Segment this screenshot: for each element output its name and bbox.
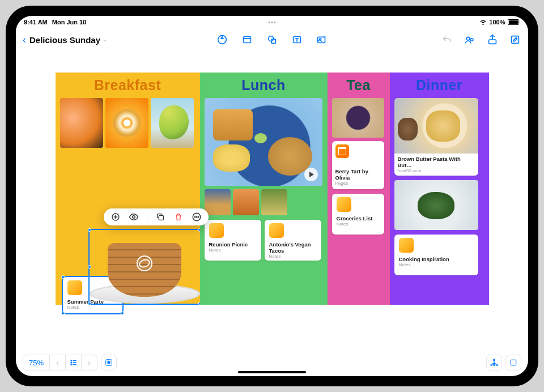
breakfast-title: Breakfast (60, 77, 196, 93)
dinner-column: Dinner Brown Butter Pasta With But… food… (390, 73, 489, 305)
note-sub: Notes (209, 248, 257, 253)
sticky-note-button[interactable] (241, 33, 253, 46)
svg-rect-14 (159, 215, 163, 220)
zoom-percentage[interactable]: 75% (23, 359, 49, 367)
svg-point-21 (71, 362, 72, 363)
share-button[interactable] (486, 33, 499, 46)
lunch-thumb-2[interactable] (233, 189, 259, 215)
lunch-thumb-3[interactable] (261, 189, 287, 215)
svg-rect-30 (511, 360, 516, 365)
tea-title: Tea (332, 77, 385, 93)
undo-button[interactable] (441, 33, 453, 46)
lunch-video[interactable] (205, 98, 322, 186)
fit-view-button[interactable] (505, 355, 521, 370)
notes-app-icon (269, 223, 284, 238)
note-sub: Notes (269, 254, 317, 259)
cooking-inspiration-note[interactable]: Cooking Inspiration Notes (394, 235, 478, 275)
collaborate-button[interactable] (464, 33, 476, 46)
toolbar: ‹ Delicious Sunday ⌄ (16, 28, 528, 51)
notes-app-icon (399, 238, 414, 253)
reunion-picnic-note[interactable]: Reunion Picnic Notes (205, 220, 261, 261)
status-time: 9:41 AM (24, 19, 48, 25)
svg-point-23 (71, 364, 72, 365)
lunch-column: Lunch Reunion Picnic Not (200, 73, 328, 305)
delete-button[interactable] (173, 212, 184, 222)
pages-sub: Pages (335, 181, 381, 186)
note-title: Antonio's Vegan Tacos (269, 241, 317, 254)
shapes-button[interactable] (266, 33, 278, 46)
draw-tool-button[interactable] (216, 33, 228, 46)
svg-point-18 (198, 216, 199, 218)
multitask-dots[interactable] (269, 22, 276, 23)
svg-point-8 (467, 37, 470, 40)
svg-point-9 (470, 39, 473, 41)
title-chevron-icon[interactable]: ⌄ (103, 37, 107, 42)
freeform-canvas[interactable]: Breakfast Summer Party Notes (16, 56, 528, 348)
note-title: Groceries List (337, 215, 380, 221)
more-button[interactable] (192, 212, 202, 222)
pages-app-icon (335, 144, 349, 158)
edit-button[interactable] (509, 33, 521, 46)
nav-next-button[interactable]: › (81, 355, 97, 370)
svg-rect-1 (244, 37, 251, 43)
lunch-thumb-1[interactable] (205, 189, 231, 215)
quicklook-button[interactable] (129, 212, 139, 222)
play-icon[interactable] (304, 168, 318, 181)
home-indicator[interactable] (238, 371, 306, 373)
melon-image[interactable] (60, 98, 103, 148)
grapes-image[interactable] (151, 98, 194, 148)
favorite-scene-button[interactable] (101, 355, 117, 370)
notes-app-icon (67, 280, 82, 295)
battery-icon (508, 19, 521, 25)
svg-point-26 (494, 359, 495, 361)
nav-prev-button[interactable]: ‹ (49, 355, 65, 370)
notes-app-icon (209, 223, 224, 238)
pancakes-image[interactable] (90, 230, 200, 304)
link-title: Brown Butter Pasta With But… (398, 156, 475, 168)
notes-app-icon (337, 197, 351, 212)
duplicate-button[interactable] (155, 212, 165, 222)
svg-point-3 (269, 36, 274, 41)
zoom-control: 75% ‹ › (23, 355, 97, 370)
note-sub: Notes (399, 262, 474, 267)
add-item-button[interactable] (110, 212, 121, 222)
sliced-fruit-image[interactable] (105, 98, 148, 148)
vegan-tacos-note[interactable]: Antonio's Vegan Tacos Notes (265, 220, 321, 261)
note-sub: Notes (337, 221, 380, 227)
note-title: Cooking Inspiration (399, 256, 474, 262)
battery-pct: 100% (489, 19, 505, 25)
selection-context-menu (104, 208, 209, 225)
svg-point-17 (196, 216, 197, 218)
wifi-icon (479, 19, 487, 25)
link-source: food52.com (398, 168, 475, 173)
breakfast-column: Breakfast Summer Party Notes (56, 73, 200, 305)
tea-column: Tea Berry Tart by Olivia Pages Groceries… (328, 73, 390, 305)
pasta-link-card[interactable]: Brown Butter Pasta With But… food52.com (394, 98, 478, 176)
status-bar: 9:41 AM Mon Jun 10 100% (16, 16, 528, 28)
svg-point-16 (194, 216, 196, 218)
note-sub: Notes (67, 305, 118, 310)
groceries-list-note[interactable]: Groceries List Notes (332, 194, 384, 235)
dinner-title: Dinner (394, 77, 484, 93)
svg-rect-11 (512, 36, 519, 44)
graph-view-button[interactable] (486, 355, 502, 370)
back-button[interactable]: ‹ (23, 34, 26, 46)
svg-rect-10 (489, 40, 496, 44)
document-title[interactable]: Delicious Sunday (29, 35, 100, 45)
svg-point-13 (132, 216, 135, 219)
berry-tart-image[interactable] (332, 98, 384, 138)
text-box-button[interactable] (291, 33, 303, 46)
lunch-title: Lunch (205, 77, 323, 93)
media-button[interactable] (316, 33, 328, 46)
live-photo-icon (137, 255, 152, 271)
salad-image[interactable] (394, 180, 478, 230)
pages-title: Berry Tart by Olivia (335, 168, 381, 181)
scenes-list-button[interactable] (65, 355, 81, 370)
board: Breakfast Summer Party Notes (56, 73, 489, 305)
svg-point-19 (71, 360, 72, 361)
berry-tart-pages[interactable]: Berry Tart by Olivia Pages (332, 141, 384, 189)
note-title: Reunion Picnic (209, 241, 257, 248)
status-date: Mon Jun 10 (52, 19, 87, 25)
